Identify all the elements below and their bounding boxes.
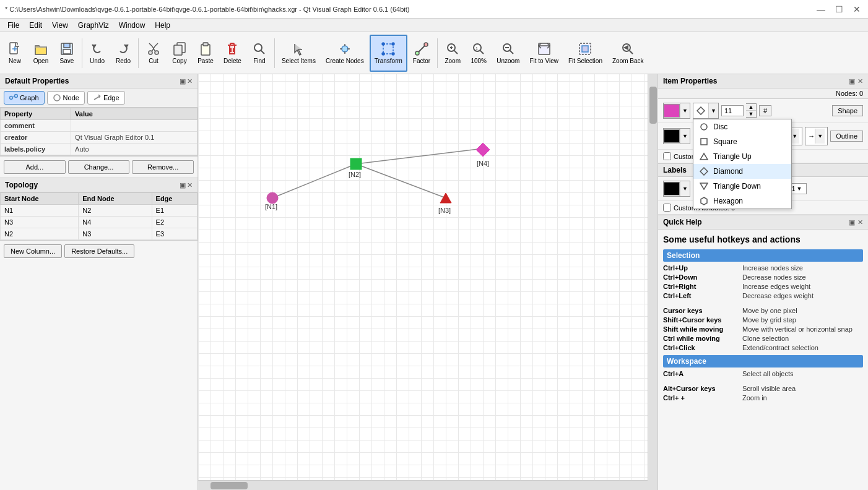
default-properties-float-button[interactable]: ▣	[180, 77, 186, 85]
item-props-close-button[interactable]: ✕	[857, 77, 863, 85]
minimize-button[interactable]: —	[814, 4, 828, 14]
properties-section: Property Value comment creator Qt Visual…	[0, 108, 197, 156]
shape-apply-button[interactable]: Shape	[832, 105, 863, 116]
item-props-float-button[interactable]: ▣	[849, 77, 855, 85]
qh-key: Ctrl while moving	[663, 335, 737, 342]
label-color-control[interactable]: ▼	[663, 181, 690, 197]
shape-option-triangle-up[interactable]: Triangle Up	[693, 149, 791, 164]
size-down-button[interactable]: ▼	[746, 111, 756, 118]
menu-view[interactable]: View	[47, 20, 73, 31]
restore-defaults-button[interactable]: Restore Defaults...	[64, 244, 134, 258]
arrow-style-arrow[interactable]: ▼	[815, 129, 825, 144]
edge-tab-icon	[93, 93, 102, 102]
quick-help-content: Some useful hotkeys and actions Selectio…	[658, 230, 868, 434]
open-button[interactable]: Open	[28, 35, 53, 72]
copy-button[interactable]: Copy	[167, 35, 192, 72]
node-tab-icon	[53, 93, 61, 102]
delete-icon	[225, 41, 240, 56]
qh-row: Cursor keys Move by one pixel	[663, 307, 863, 314]
remove-button[interactable]: Remove...	[132, 160, 194, 174]
quick-help-float-button[interactable]: ▣	[849, 218, 855, 226]
outline-color-box[interactable]	[664, 129, 680, 143]
zoom-button[interactable]: Zoom	[440, 35, 465, 72]
unzoom-button[interactable]: Unzoom	[492, 35, 524, 72]
shape-dropdown[interactable]: ▼	[693, 103, 719, 119]
label-color-dropdown-arrow[interactable]: ▼	[680, 181, 690, 196]
menu-window[interactable]: Window	[114, 20, 150, 31]
label-color-box[interactable]	[664, 182, 680, 196]
tab-edge[interactable]: Edge	[87, 91, 125, 105]
save-button[interactable]: Save	[54, 35, 79, 72]
hash-button[interactable]: #	[759, 105, 771, 116]
horizontal-scrollbar[interactable]	[198, 480, 648, 490]
tab-node[interactable]: Node	[47, 91, 85, 105]
create-nodes-button[interactable]: Create Nodes	[321, 35, 368, 72]
size-input[interactable]	[721, 105, 744, 116]
vertical-scrollbar[interactable]	[648, 74, 658, 480]
transform-button[interactable]: Transform	[370, 35, 407, 72]
shape-dropdown-arrow[interactable]: ▼	[708, 103, 718, 118]
scrollbar-corner	[648, 480, 658, 490]
shape-option-disc[interactable]: Disc	[693, 119, 791, 134]
tab-graph[interactable]: Graph	[4, 91, 45, 105]
diamond-option-icon	[700, 167, 708, 176]
topology-float-button[interactable]: ▣	[180, 181, 186, 189]
add-button[interactable]: Add...	[4, 160, 66, 174]
menu-edit[interactable]: Edit	[24, 20, 47, 31]
qh-row: Ctrl+ + Zoom in	[663, 394, 863, 402]
fit-sel-icon	[578, 41, 592, 56]
shape-option-triangle-down[interactable]: Triangle Down	[693, 179, 791, 194]
fit-to-view-button[interactable]: Fit to View	[525, 35, 563, 72]
zoom-back-button[interactable]: Zoom Back	[608, 35, 648, 72]
paste-button[interactable]: Paste	[193, 35, 218, 72]
separator-3	[274, 38, 275, 68]
factor-button[interactable]: Factor	[409, 35, 435, 72]
close-button[interactable]: ✕	[851, 4, 863, 14]
svg-marker-59	[700, 168, 708, 175]
outline-apply-button[interactable]: Outline	[830, 131, 863, 142]
find-button[interactable]: Find	[247, 35, 272, 72]
default-properties-title: Default Properties	[5, 77, 69, 85]
change-button[interactable]: Change...	[68, 160, 130, 174]
fill-color-dropdown-arrow[interactable]: ▼	[680, 103, 690, 118]
prop-val-labels-policy: Auto	[71, 144, 197, 155]
new-button[interactable]: New	[2, 35, 27, 72]
col-value: Value	[71, 108, 197, 120]
outline-color-control[interactable]: ▼	[663, 128, 690, 144]
canvas-area[interactable]: [N1] [N2] [N3] [N4]	[198, 74, 658, 490]
fill-color-control[interactable]: ▼	[663, 103, 690, 119]
topology-close-button[interactable]: ✕	[187, 181, 193, 189]
zoom-100-button[interactable]: 1 100%	[466, 35, 491, 72]
h-scrollbar-thumb[interactable]	[210, 482, 248, 489]
maximize-button[interactable]: ☐	[833, 4, 846, 14]
shape-option-square[interactable]: Square	[693, 134, 791, 149]
menu-help[interactable]: Help	[150, 20, 175, 31]
redo-button[interactable]: Redo	[111, 35, 136, 72]
custom-label-attrs-checkbox[interactable]	[663, 204, 671, 212]
menu-file[interactable]: File	[2, 20, 24, 31]
outline-color-dropdown-arrow[interactable]: ▼	[680, 129, 690, 144]
prop-key-comment: comment	[1, 120, 71, 132]
shape-option-diamond[interactable]: Diamond	[693, 164, 791, 179]
select-items-button[interactable]: Select Items	[277, 35, 320, 72]
v-scrollbar-thumb[interactable]	[649, 87, 657, 124]
size-up-button[interactable]: ▲	[746, 104, 756, 111]
new-column-button[interactable]: New Column...	[4, 244, 62, 258]
fill-color-box[interactable]	[664, 104, 680, 118]
shape-option-hexagon[interactable]: Hexagon	[693, 194, 791, 208]
svg-point-21	[342, 46, 348, 52]
quick-help-close-button[interactable]: ✕	[857, 218, 863, 226]
separator-1	[82, 38, 82, 68]
arrow-style-dropdown[interactable]: → ▼	[805, 127, 828, 145]
undo-button[interactable]: Undo	[85, 35, 110, 72]
hexagon-option-icon	[700, 197, 708, 205]
custom-attrs-checkbox[interactable]	[663, 152, 671, 160]
table-row: creator Qt Visual Graph Editor 0.1	[1, 132, 197, 144]
menu-graphviz[interactable]: GraphViz	[73, 20, 114, 31]
cut-button[interactable]: Cut	[141, 35, 166, 72]
toolbar: New Open Save Undo Redo	[0, 32, 868, 74]
fit-selection-button[interactable]: Fit Selection	[564, 35, 607, 72]
diamond-shape-icon	[697, 106, 705, 115]
default-properties-close-button[interactable]: ✕	[187, 77, 193, 85]
delete-button[interactable]: Delete	[219, 35, 246, 72]
